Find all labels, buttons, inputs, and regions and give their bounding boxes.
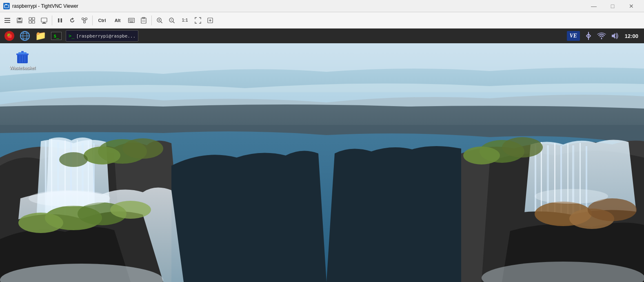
svg-rect-30 [131, 20, 132, 21]
terminal-window-button[interactable]: >_ [raspberrypi@raspbe... [66, 30, 138, 42]
svg-line-43 [173, 22, 175, 23]
svg-rect-3 [4, 20, 10, 21]
svg-rect-27 [133, 19, 133, 20]
ctrl-label: Ctrl [98, 18, 106, 23]
svg-rect-25 [130, 19, 131, 20]
save-btn[interactable] [14, 15, 25, 26]
svg-rect-36 [142, 21, 145, 22]
clipboard-btn[interactable] [138, 15, 149, 26]
zoom-in-btn[interactable] [154, 15, 165, 26]
svg-rect-14 [42, 23, 46, 24]
wifi-tray-icon[interactable] [595, 31, 608, 40]
pause-btn[interactable] [54, 15, 66, 26]
screen-refresh-btn[interactable] [38, 15, 50, 26]
svg-point-80 [463, 147, 500, 164]
vnc-toolbar: Ctrl Alt 1:1 [0, 12, 644, 29]
terminal-title: [raspberrypi@raspbe... [76, 33, 135, 39]
svg-rect-11 [32, 21, 35, 23]
svg-rect-6 [18, 18, 21, 20]
svg-rect-28 [129, 20, 130, 21]
svg-point-83 [18, 213, 63, 233]
fullscreen-btn[interactable] [204, 15, 216, 26]
zoom-out-btn[interactable] [166, 15, 178, 26]
close-button[interactable]: ✕ [622, 0, 641, 12]
zoom-100-btn[interactable]: 1:1 [178, 15, 191, 26]
svg-rect-4 [4, 22, 10, 23]
ve-tray-icon[interactable]: VE [565, 30, 582, 42]
file-manager-button[interactable]: 📁 [33, 29, 49, 42]
svg-point-77 [122, 138, 163, 159]
svg-point-81 [502, 137, 543, 158]
terminal-button[interactable]: $_ [49, 29, 64, 42]
window-icon [3, 3, 10, 9]
svg-line-22 [84, 20, 86, 21]
svg-point-17 [82, 18, 84, 20]
connection-options-btn[interactable] [2, 15, 13, 26]
ve-icon: VE [567, 31, 580, 41]
desktop-wallpaper [0, 43, 644, 282]
time-text: 12:00 [625, 33, 638, 39]
volume-tray-icon[interactable] [609, 31, 622, 40]
svg-rect-26 [131, 19, 132, 20]
svg-rect-31 [133, 20, 133, 21]
system-tray: VE 12:00 [565, 30, 642, 42]
svg-rect-32 [130, 22, 133, 22]
titlebar-text: raspberrypi - TightVNC Viewer [12, 3, 584, 9]
sep2 [92, 16, 93, 25]
new-connection-btn[interactable] [79, 15, 90, 26]
svg-rect-7 [18, 21, 22, 22]
ctrl-btn[interactable]: Ctrl [95, 15, 109, 26]
clock-display[interactable]: 12:00 [623, 32, 640, 40]
svg-rect-2 [4, 18, 10, 19]
titlebar: raspberrypi - TightVNC Viewer — □ ✕ [0, 0, 644, 12]
rpi-menu-button[interactable]: 🍓 [2, 29, 17, 42]
desktop: Wastebasket [0, 43, 644, 282]
globe-icon [20, 31, 30, 41]
svg-rect-12 [41, 18, 47, 22]
svg-rect-0 [4, 5, 9, 8]
svg-rect-35 [142, 20, 145, 20]
svg-line-40 [161, 22, 162, 23]
sep1 [52, 16, 52, 25]
alt-label: Alt [115, 18, 121, 23]
wastebasket-icon[interactable]: Wastebasket [6, 47, 39, 72]
rpi-logo-icon: 🍓 [4, 31, 15, 41]
refresh-btn[interactable] [67, 15, 78, 26]
volume-icon [611, 32, 620, 40]
terminal-prompt-icon: >_ [69, 33, 74, 39]
wastebasket-label: Wastebasket [9, 65, 35, 70]
svg-point-78 [59, 152, 88, 167]
svg-point-19 [84, 21, 86, 23]
wastebasket-image [14, 49, 31, 65]
svg-text:🍓: 🍓 [7, 33, 13, 39]
svg-rect-9 [32, 18, 35, 20]
zoom-100-label: 1:1 [182, 18, 188, 22]
zoom-fit-btn[interactable] [192, 15, 204, 26]
svg-point-91 [29, 190, 110, 207]
maximize-button[interactable]: □ [603, 0, 622, 12]
folder-icon: 📁 [35, 31, 46, 40]
keyboard-btn[interactable] [126, 15, 137, 26]
svg-point-85 [110, 201, 151, 219]
options-btn[interactable] [26, 15, 38, 26]
wifi-icon [597, 32, 606, 40]
bluetooth-tray-icon[interactable] [583, 31, 594, 41]
minimize-button[interactable]: — [584, 0, 603, 12]
svg-rect-16 [61, 18, 62, 22]
bluetooth-icon [585, 31, 592, 40]
svg-point-92 [535, 189, 608, 204]
svg-rect-13 [43, 22, 45, 23]
terminal-icon: $_ [51, 32, 62, 40]
rpi-taskbar: 🍓 📁 $_ >_ [raspberrypi@raspbe... [0, 29, 644, 43]
svg-rect-1 [5, 4, 7, 5]
svg-rect-29 [130, 20, 131, 21]
alt-btn[interactable]: Alt [110, 15, 125, 26]
svg-marker-54 [612, 33, 615, 39]
browser-button[interactable] [17, 29, 33, 42]
svg-rect-8 [29, 18, 31, 20]
svg-point-18 [85, 18, 87, 20]
svg-line-21 [83, 20, 84, 21]
svg-rect-15 [58, 18, 60, 22]
svg-point-76 [84, 147, 120, 164]
window-controls: — □ ✕ [584, 0, 641, 12]
